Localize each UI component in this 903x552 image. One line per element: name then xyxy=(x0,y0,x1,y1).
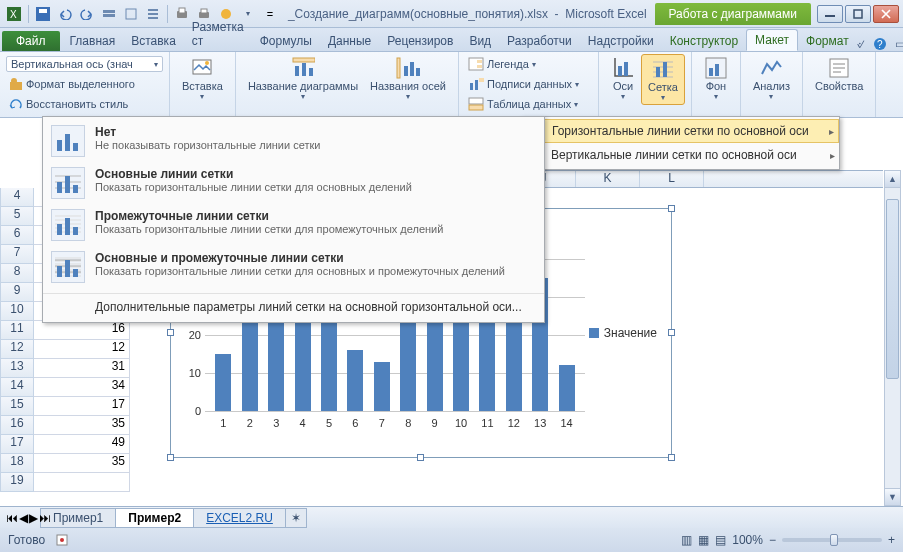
tab-insert[interactable]: Вставка xyxy=(123,31,184,51)
minimize-button[interactable] xyxy=(817,5,843,23)
first-sheet-icon[interactable]: ⏮ xyxy=(6,511,18,525)
insert-button[interactable]: Вставка▾ xyxy=(176,54,229,103)
gridlines-both-item[interactable]: Основные и промежуточные линии сеткиПока… xyxy=(43,247,544,289)
row-header[interactable]: 12 xyxy=(0,340,34,359)
zoom-out-button[interactable]: − xyxy=(769,533,776,547)
gridlines-major-item[interactable]: Основные линии сеткиПоказать горизонталь… xyxy=(43,163,544,205)
tab-format[interactable]: Формат xyxy=(798,31,857,51)
zoom-in-button[interactable]: + xyxy=(888,533,895,547)
minimize-ribbon-icon[interactable]: ୰ xyxy=(857,37,865,51)
prev-sheet-icon[interactable]: ◀ xyxy=(19,511,28,525)
tab-review[interactable]: Рецензиров xyxy=(379,31,461,51)
row-header[interactable]: 4 xyxy=(0,188,34,207)
qat-more-icon[interactable]: = xyxy=(260,4,280,24)
row-header[interactable]: 10 xyxy=(0,302,34,321)
legend-button[interactable]: Легенда▾ xyxy=(465,56,539,72)
axis-titles-button[interactable]: Названия осей▾ xyxy=(364,54,452,103)
view-normal-icon[interactable]: ▥ xyxy=(681,533,692,547)
row-header[interactable]: 13 xyxy=(0,359,34,378)
analysis-button[interactable]: Анализ▾ xyxy=(747,54,796,103)
row-header[interactable]: 8 xyxy=(0,264,34,283)
cell[interactable]: 49 xyxy=(34,435,130,454)
chart-title-button[interactable]: Название диаграммы▾ xyxy=(242,54,364,103)
cell[interactable]: 17 xyxy=(34,397,130,416)
tab-developer[interactable]: Разработчи xyxy=(499,31,580,51)
zoom-thumb[interactable] xyxy=(830,534,838,546)
cell[interactable]: 35 xyxy=(34,454,130,473)
properties-button[interactable]: Свойства xyxy=(809,54,869,94)
tab-layout[interactable]: Макет xyxy=(746,29,798,51)
resize-handle[interactable] xyxy=(417,454,424,461)
cell[interactable]: 31 xyxy=(34,359,130,378)
undo-icon[interactable] xyxy=(55,4,75,24)
chart-bar[interactable] xyxy=(215,354,231,411)
resize-handle[interactable] xyxy=(167,329,174,336)
scroll-thumb[interactable] xyxy=(886,199,899,379)
cell[interactable] xyxy=(34,473,130,492)
chart-bar[interactable] xyxy=(374,362,390,411)
row-header[interactable]: 18 xyxy=(0,454,34,473)
close-button[interactable] xyxy=(873,5,899,23)
row-header[interactable]: 11 xyxy=(0,321,34,340)
vertical-scrollbar[interactable]: ▲ ▼ xyxy=(884,170,901,506)
excel-app-icon[interactable]: X xyxy=(4,4,24,24)
zoom-level[interactable]: 100% xyxy=(732,533,763,547)
gridlines-more-options[interactable]: Дополнительные параметры линий сетки на … xyxy=(43,293,544,314)
row-header[interactable]: 19 xyxy=(0,473,34,492)
row-header[interactable]: 5 xyxy=(0,207,34,226)
col-header[interactable]: K xyxy=(576,171,640,187)
zoom-slider[interactable] xyxy=(782,538,882,542)
scroll-up-icon[interactable]: ▲ xyxy=(885,171,900,188)
sheet-tab[interactable]: Пример1 xyxy=(40,508,116,528)
chart-legend[interactable]: Значение xyxy=(589,326,657,340)
row-header[interactable]: 9 xyxy=(0,283,34,302)
data-table-button[interactable]: Таблица данных▾ xyxy=(465,96,581,112)
tab-file[interactable]: Файл xyxy=(2,31,60,51)
vertical-gridlines-item[interactable]: Вертикальные линии сетки по основной оси… xyxy=(521,143,839,167)
axes-button[interactable]: Оси▾ xyxy=(605,54,641,103)
save-icon[interactable] xyxy=(33,4,53,24)
background-button[interactable]: Фон▾ xyxy=(698,54,734,103)
help-icon[interactable]: ? xyxy=(873,37,887,51)
row-header[interactable]: 14 xyxy=(0,378,34,397)
scroll-down-icon[interactable]: ▼ xyxy=(885,488,900,505)
chart-element-selector[interactable]: Вертикальная ось (знач▾ xyxy=(6,56,163,72)
resize-handle[interactable] xyxy=(668,454,675,461)
view-break-icon[interactable]: ▤ xyxy=(715,533,726,547)
cell[interactable]: 35 xyxy=(34,416,130,435)
view-layout-icon[interactable]: ▦ xyxy=(698,533,709,547)
resize-handle[interactable] xyxy=(668,329,675,336)
sheet-nav-buttons[interactable]: ⏮ ◀ ▶ ⏭ xyxy=(6,511,51,525)
gridlines-button[interactable]: Сетка▾ xyxy=(641,54,685,105)
tab-design[interactable]: Конструктор xyxy=(662,31,746,51)
tab-page-layout[interactable]: Разметка ст xyxy=(184,17,252,51)
qat-btn[interactable] xyxy=(143,4,163,24)
cell[interactable]: 16 xyxy=(34,321,130,340)
new-sheet-button[interactable]: ✶ xyxy=(285,508,307,528)
row-header[interactable]: 7 xyxy=(0,245,34,264)
qat-btn[interactable] xyxy=(99,4,119,24)
tab-data[interactable]: Данные xyxy=(320,31,379,51)
row-header[interactable]: 15 xyxy=(0,397,34,416)
gridlines-minor-item[interactable]: Промежуточные линии сеткиПоказать горизо… xyxy=(43,205,544,247)
resize-handle[interactable] xyxy=(668,205,675,212)
row-header[interactable]: 16 xyxy=(0,416,34,435)
last-sheet-icon[interactable]: ⏭ xyxy=(39,511,51,525)
resize-handle[interactable] xyxy=(167,454,174,461)
macro-record-icon[interactable] xyxy=(55,533,69,547)
tab-home[interactable]: Главная xyxy=(62,31,124,51)
sheet-tab[interactable]: EXCEL2.RU xyxy=(193,508,286,528)
sheet-tab-active[interactable]: Пример2 xyxy=(115,508,194,528)
cell[interactable]: 34 xyxy=(34,378,130,397)
format-selection-button[interactable]: Формат выделенного xyxy=(6,76,138,92)
redo-icon[interactable] xyxy=(77,4,97,24)
chart-bar[interactable] xyxy=(559,365,575,411)
data-labels-button[interactable]: Подписи данных▾ xyxy=(465,76,582,92)
tab-addins[interactable]: Надстройки xyxy=(580,31,662,51)
col-header[interactable]: L xyxy=(640,171,704,187)
row-header[interactable]: 17 xyxy=(0,435,34,454)
doc-minimize-icon[interactable]: ▭ xyxy=(895,37,903,51)
tab-view[interactable]: Вид xyxy=(461,31,499,51)
gridlines-none-item[interactable]: НетНе показывать горизонтальные линии се… xyxy=(43,121,544,163)
chart-bar[interactable] xyxy=(347,350,363,411)
